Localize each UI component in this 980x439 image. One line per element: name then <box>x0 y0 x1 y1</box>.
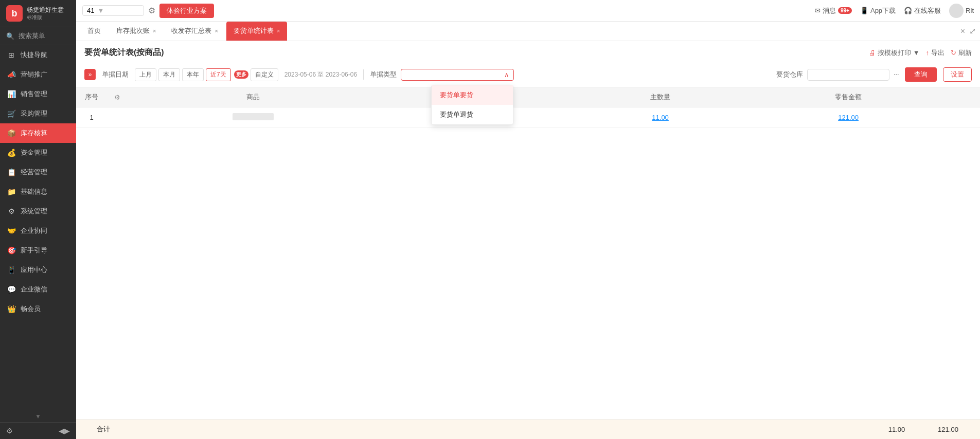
user-avatar-btn[interactable]: Rit <box>949 4 974 18</box>
topbar-right: ✉ 消息 99+ 📱 App下载 🎧 在线客服 Rit <box>815 4 974 18</box>
sidebar-footer: ⚙ ◀▶ <box>0 422 76 439</box>
sidebar-item-sales[interactable]: 📊 销售管理 <box>0 84 76 104</box>
tab-expand-btn[interactable]: ⤢ <box>969 26 976 36</box>
tab-home[interactable]: 首页 <box>80 22 108 41</box>
tab-requisition[interactable]: 要货单统计表 × <box>226 22 287 41</box>
tab-delivery-label: 收发存汇总表 <box>171 26 211 35</box>
col-qty: 主数量 <box>566 87 755 107</box>
cell-seq: 1 <box>76 107 107 127</box>
tab-home-label: 首页 <box>87 26 101 35</box>
wechat-icon: 💬 <box>6 285 16 294</box>
footer-qty: 11.00 <box>871 426 922 433</box>
sidebar-item-label: 基础信息 <box>21 187 47 196</box>
export-btn-label: 导出 <box>931 48 945 58</box>
date-btn-custom[interactable]: 自定义 <box>251 68 278 81</box>
print-btn-label: 按模板打印 <box>878 48 911 58</box>
sidebar-item-system[interactable]: ⚙ 系统管理 <box>0 202 76 221</box>
appstore-icon: 📱 <box>6 266 16 274</box>
username-label: Rit <box>966 7 974 14</box>
app-download-btn[interactable]: 📱 App下载 <box>860 6 896 15</box>
avatar <box>949 4 964 18</box>
sidebar-item-finance[interactable]: 💰 资金管理 <box>0 143 76 162</box>
sidebar-item-appstore[interactable]: 📱 应用中心 <box>0 260 76 280</box>
dropdown-option-requisition-return[interactable]: 要货单退货 <box>432 105 513 124</box>
tab-batch-label: 库存批次账 <box>116 26 150 35</box>
settings-btn[interactable]: 设置 <box>943 67 972 82</box>
sidebar-logo: b 畅捷通好生意 标准版 <box>0 0 76 27</box>
page-header-actions: 🖨 按模板打印 ▼ ↑ 导出 ↻ 刷新 <box>869 48 972 58</box>
sidebar-item-wechat[interactable]: 💬 企业微信 <box>0 280 76 299</box>
tabbar-actions: × ⤢ <box>960 22 976 41</box>
export-btn[interactable]: ↑ 导出 <box>926 48 945 58</box>
quick-nav-icon: ⊞ <box>6 51 16 59</box>
company-selector-text: 41 <box>87 7 94 14</box>
query-btn[interactable]: 查询 <box>905 67 937 82</box>
date-btn-year[interactable]: 本年 <box>182 68 204 81</box>
warehouse-filter-input[interactable] <box>807 69 889 81</box>
dropdown-option-label: 要货单要货 <box>440 91 473 99</box>
filter-divider <box>363 69 364 80</box>
topbar-left: 41 ▼ ⚙ 体验行业方案 <box>82 4 214 18</box>
type-filter-input[interactable]: ∧ <box>401 69 514 81</box>
date-btn-up[interactable]: 上月 <box>135 68 156 81</box>
type-dropdown: 要货单要货 要货单退货 <box>431 85 513 125</box>
date-hot-badge: 更多 <box>234 70 248 79</box>
sidebar-item-member[interactable]: 👑 畅会员 <box>0 299 76 319</box>
sidebar-item-purchase[interactable]: 🛒 采购管理 <box>0 104 76 123</box>
messages-label: 消息 <box>823 6 836 15</box>
tab-requisition-close[interactable]: × <box>277 28 280 34</box>
sidebar-item-inventory[interactable]: 📦 库存核算 <box>0 123 76 143</box>
tab-batch[interactable]: 库存批次账 × <box>109 22 163 41</box>
sidebar-item-label: 资金管理 <box>21 148 47 157</box>
sidebar-item-basic[interactable]: 📁 基础信息 <box>0 182 76 202</box>
sidebar-scroll-down[interactable]: ▼ <box>0 411 76 422</box>
product-placeholder <box>233 113 274 120</box>
sidebar-item-enterprise[interactable]: 🤝 企业协同 <box>0 221 76 241</box>
filter-bar: » 单据日期 上月 本月 本年 近7天 更多 自定义 2023-05-06 至 … <box>76 62 980 87</box>
footer-amount: 121.00 <box>922 426 974 433</box>
print-btn[interactable]: 🖨 按模板打印 ▼ <box>869 48 920 58</box>
brand-sub: 标准版 <box>27 14 64 21</box>
dropdown-option-requisition-order[interactable]: 要货单要货 <box>432 85 513 105</box>
qty-link[interactable]: 11.00 <box>652 114 669 121</box>
date-range-text: 2023-05-06 至 2023-06-06 <box>284 70 357 79</box>
tab-delivery[interactable]: 收发存汇总表 × <box>164 22 225 41</box>
date-btn-this[interactable]: 本月 <box>158 68 180 81</box>
sidebar-item-operation[interactable]: 📋 经营管理 <box>0 162 76 182</box>
sidebar-item-marketing[interactable]: 📣 营销推广 <box>0 65 76 84</box>
column-settings-icon[interactable]: ⚙ <box>114 94 120 101</box>
warehouse-more-icon[interactable]: ··· <box>894 70 899 79</box>
amount-link[interactable]: 121.00 <box>838 114 859 121</box>
col-gear[interactable]: ⚙ <box>107 87 128 107</box>
print-icon: 🖨 <box>869 49 876 57</box>
company-selector[interactable]: 41 ▼ <box>82 5 144 16</box>
sidebar-search[interactable]: 🔍 搜索菜单 <box>0 27 76 45</box>
tab-delivery-close[interactable]: × <box>215 28 218 34</box>
sidebar-item-guide[interactable]: 🎯 新手引导 <box>0 241 76 260</box>
sidebar-item-label: 系统管理 <box>21 207 47 216</box>
sidebar-settings-btn[interactable]: ⚙ <box>6 427 13 435</box>
online-service-btn[interactable]: 🎧 在线客服 <box>904 6 941 15</box>
operation-icon: 📋 <box>6 168 16 176</box>
message-icon: ✉ <box>815 7 821 14</box>
footer-label: 合计 <box>82 425 185 434</box>
selector-arrow-icon: ▼ <box>97 7 104 14</box>
messages-btn[interactable]: ✉ 消息 99+ <box>815 6 852 15</box>
tab-batch-close[interactable]: × <box>153 28 156 34</box>
sidebar-item-label: 应用中心 <box>21 265 47 275</box>
refresh-btn-label: 刷新 <box>958 48 972 58</box>
print-dropdown-icon: ▼ <box>913 49 920 57</box>
warehouse-group: 要货仓库 ··· <box>776 69 899 81</box>
app-download-label: App下载 <box>870 6 896 15</box>
refresh-btn[interactable]: ↻ 刷新 <box>951 48 972 58</box>
tab-close-all-btn[interactable]: × <box>960 27 965 36</box>
filter-expand-btn[interactable]: » <box>84 69 96 80</box>
date-btn-week7[interactable]: 近7天 <box>206 68 231 81</box>
main-area: 41 ▼ ⚙ 体验行业方案 ✉ 消息 99+ 📱 App下载 🎧 在线客服 R <box>76 0 980 439</box>
topbar-gear-icon[interactable]: ⚙ <box>148 6 155 15</box>
type-filter-arrow-icon[interactable]: ∧ <box>504 71 509 79</box>
sidebar-collapse-btn[interactable]: ◀▶ <box>59 427 70 435</box>
trial-btn[interactable]: 体验行业方案 <box>159 4 214 18</box>
headset-icon: 🎧 <box>904 7 912 14</box>
sidebar-item-quick-nav[interactable]: ⊞ 快捷导航 <box>0 45 76 65</box>
